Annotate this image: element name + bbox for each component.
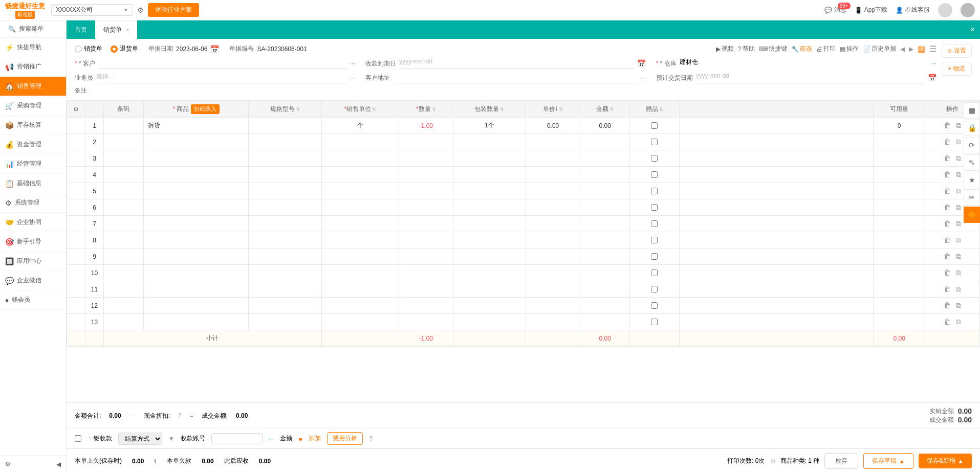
user-avatar-2[interactable] [961,3,975,17]
copy-icon[interactable]: ⧉ [956,318,961,326]
row-price[interactable] [526,314,580,330]
row-quantity[interactable] [399,298,453,314]
gift-checkbox[interactable] [651,319,658,325]
row-product[interactable] [143,232,249,249]
row-amount[interactable] [580,199,630,216]
row-product[interactable] [143,249,249,265]
copy-icon[interactable]: ⧉ [956,236,961,244]
gift-checkbox[interactable] [651,122,658,129]
row-amount[interactable] [580,298,630,314]
gift-checkbox[interactable] [651,269,658,276]
row-barcode[interactable] [104,167,144,183]
discount-info-icon[interactable]: ? [178,412,182,419]
copy-icon[interactable]: ⧉ [956,138,961,146]
product-type-info[interactable]: ⊙ [770,458,775,465]
sidebar-item-inventory[interactable]: 📦 库存核算 [0,116,66,135]
address-ellipsis[interactable]: ··· [641,74,646,81]
row-amount[interactable] [580,167,630,183]
float-btn-2[interactable]: 🔒 [964,120,980,136]
row-amount[interactable] [580,314,630,330]
row-pack-qty[interactable] [453,167,526,183]
row-barcode[interactable] [104,199,144,216]
row-remarks[interactable] [679,183,874,199]
row-remarks[interactable] [679,118,874,134]
copy-icon[interactable]: ⧉ [956,268,961,277]
delete-icon[interactable]: 🗑 [944,219,951,228]
row-pack-qty[interactable] [453,134,526,150]
row-quantity[interactable] [399,150,453,167]
row-price[interactable] [526,167,580,183]
delete-icon[interactable]: 🗑 [944,236,951,244]
payment-method-dropdown[interactable]: ▼ [168,435,175,442]
delete-icon[interactable]: 🗑 [944,121,951,129]
row-amount[interactable] [580,134,630,150]
delete-icon[interactable]: 🗑 [944,268,951,277]
grid-view-icon[interactable]: ▦ [918,44,925,54]
row-price[interactable]: 0.00 [526,118,580,134]
sidebar-item-purchase[interactable]: 🛒 采购管理 [0,96,66,116]
row-quantity[interactable] [399,249,453,265]
radio-return[interactable]: 退货单 [111,44,138,53]
copy-icon[interactable]: ⧉ [956,170,961,178]
sidebar-item-operations[interactable]: 📊 经营管理 [0,154,66,174]
row-remarks[interactable] [679,249,874,265]
row-gift[interactable] [630,183,680,199]
row-pack-qty[interactable] [453,216,526,232]
row-quantity[interactable] [399,167,453,183]
row-remarks[interactable] [679,167,874,183]
sidebar-item-system[interactable]: ⚙ 系统管理 [0,193,66,213]
company-selector[interactable]: XXXXXX公司 ▼ [51,4,133,16]
row-price[interactable] [526,134,580,150]
experience-button[interactable]: 体验行业方案 [148,3,199,17]
row-remarks[interactable] [679,281,874,298]
row-gift[interactable] [630,199,680,216]
row-price[interactable] [526,281,580,298]
abandon-button[interactable]: 放弃 [824,453,858,469]
row-gift[interactable] [630,249,680,265]
sidebar-search[interactable]: 🔍 搜索菜单 [0,20,66,38]
copy-icon[interactable]: ⧉ [956,121,961,129]
row-unit[interactable] [321,281,399,298]
float-btn-3[interactable]: ⟳ [964,137,980,153]
float-btn-6[interactable]: ✏ [964,189,980,206]
add-payment-icon[interactable]: ● [298,435,302,443]
sidebar-item-sales[interactable]: 🏠 销售管理 [0,77,66,96]
sidebar-item-finance[interactable]: 💰 资金管理 [0,135,66,154]
copy-icon[interactable]: ⧉ [956,154,961,162]
row-amount[interactable] [580,216,630,232]
customer-ellipsis[interactable]: ··· [350,60,355,67]
expense-help-icon[interactable]: ? [369,435,373,442]
float-btn-4[interactable]: ✎ [964,154,980,171]
row-barcode[interactable] [104,216,144,232]
sidebar-collapse-icon[interactable]: ◀ [56,461,61,468]
expense-btn[interactable]: 费用分摊 [327,432,363,445]
row-product[interactable]: 拆货 [143,118,249,134]
row-product[interactable] [143,199,249,216]
settings-button[interactable]: ⊙ 设置 [942,44,972,58]
sidebar-item-basic[interactable]: 📋 基础信息 [0,174,66,193]
row-gift[interactable] [630,150,680,167]
row-pack-qty[interactable] [453,281,526,298]
tab-home[interactable]: 首页 [67,20,95,39]
sidebar-item-wechat[interactable]: 💬 企业微信 [0,271,66,290]
copy-icon[interactable]: ⧉ [956,252,961,260]
row-spec[interactable] [249,232,321,249]
tab-sales-order[interactable]: 销货单 × [95,20,137,39]
sidebar-item-marketing[interactable]: 📢 营销推广 [0,57,66,77]
row-pack-qty[interactable] [453,265,526,281]
row-remarks[interactable] [679,150,874,167]
tab-close-all-icon[interactable]: × [970,25,975,34]
user-avatar[interactable] [938,3,952,17]
row-gift[interactable] [630,298,680,314]
row-barcode[interactable] [104,183,144,199]
row-quantity[interactable] [399,183,453,199]
row-amount[interactable] [580,150,630,167]
float-btn-7[interactable]: 🔶 [964,207,980,223]
payment-due-calendar-icon[interactable]: 📅 [637,59,646,67]
add-payment-label[interactable]: 添加 [309,434,321,443]
row-amount[interactable] [580,249,630,265]
row-price[interactable] [526,150,580,167]
row-spec[interactable] [249,199,321,216]
col-settings-icon[interactable]: ⚙ [73,106,79,113]
row-pack-qty[interactable] [453,183,526,199]
